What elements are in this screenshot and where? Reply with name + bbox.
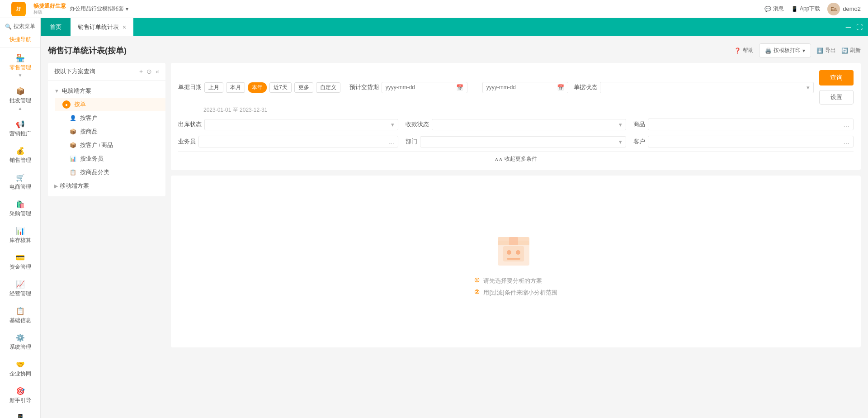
sidebar: 🔍 搜索菜单 快捷导航 🏪 零售管理 ▼ 📦 批发管理 ▲ 📢 营销推广 💰 销… [0,18,41,418]
export-button[interactable]: ⬇️ 导出 [816,47,836,54]
bill-status-group: 单据状态 ▾ [574,82,814,93]
last-month-btn[interactable]: 上月 [204,82,223,93]
hint-2-text: 用[过滤]条件来缩小分析范围 [483,289,557,297]
query-button[interactable]: 查询 [819,70,854,86]
main-body: 按以下方案查询 + ⊙ « ▼ 电脑端方案 [48,63,861,347]
scheme-item-by-customer[interactable]: 👤 按客户 [55,111,165,125]
this-month-btn[interactable]: 本月 [226,82,245,93]
scheme-item-by-product[interactable]: 📦 按商品 [55,125,165,138]
settings-button[interactable]: 设置 [819,90,854,104]
expected-date-from-input[interactable]: 📅 [382,82,467,93]
message-button[interactable]: 💬 消息 [764,5,784,13]
expected-to-field[interactable] [486,84,554,90]
maximize-button[interactable]: ⛶ [856,24,863,31]
topbar-right: 💬 消息 📱 App下载 Ea demo2 [764,3,861,15]
base-label: 基础信息 [9,317,31,324]
customer-more-icon[interactable]: … [843,138,849,145]
product-input[interactable]: … [648,119,854,130]
main-layout: 🔍 搜索菜单 快捷导航 🏪 零售管理 ▼ 📦 批发管理 ▲ 📢 营销推广 💰 销… [0,18,868,418]
ship-status-select[interactable]: ▾ [204,119,398,130]
sidebar-item-operation[interactable]: 📈 经营管理 [0,276,40,302]
sidebar-item-sales[interactable]: 💰 销售管理 [0,142,40,169]
tab-active-sales[interactable]: 销售订单统计表 × [71,18,133,36]
help-icon: ❓ [734,48,741,54]
empty-box-svg [489,223,543,268]
operation-label: 经营管理 [9,290,31,298]
sidebar-item-apps[interactable]: 📱 应用中心 [0,409,40,418]
custom-date-btn[interactable]: 自定义 [316,82,340,93]
finance-icon: 💳 [16,253,25,262]
salesperson-more-icon[interactable]: … [388,138,394,145]
scheme-item-by-salesperson[interactable]: 📊 按业务员 [55,152,165,166]
bill-status-select[interactable]: ▾ [600,82,814,93]
svg-point-4 [507,250,511,255]
system-label: 系统管理 [9,343,31,351]
sidebar-item-purchase[interactable]: 🛍️ 采购管理 [0,195,40,222]
settings-scheme-button[interactable]: ⊙ [146,68,152,75]
search-menu-label: 搜索菜单 [14,23,35,30]
more-date-btn[interactable]: 更多 [294,82,313,93]
department-select[interactable]: ▾ [420,136,626,147]
sidebar-item-inventory[interactable]: 📊 库存核算 [0,222,40,249]
sidebar-item-retail[interactable]: 🏪 零售管理 ▼ [0,49,40,82]
collapse-button[interactable]: ∧∧ 收起更多条件 [495,155,537,163]
collapse-panel-button[interactable]: « [156,68,159,75]
ship-status-label: 出库状态 [178,120,202,128]
product-more-icon[interactable]: … [843,121,849,128]
minimize-button[interactable]: ─ [846,23,851,31]
product-field[interactable] [652,121,843,128]
expected-date-label: 预计交货期 [349,83,379,91]
topbar: 好 畅捷通好生意 标版 办公用品行业模拟账套 ▾ 💬 消息 📱 App下载 Ea… [0,0,868,18]
sidebar-item-base[interactable]: 📋 基础信息 [0,302,40,329]
filter-section: 单据日期 上月 本月 本年 近7天 更多 自定义 预计交货期 [171,63,861,170]
payment-status-select[interactable]: ▾ [432,119,626,130]
last7-btn[interactable]: 近7天 [269,82,292,93]
add-scheme-button[interactable]: + [139,68,143,75]
expected-from-field[interactable] [386,84,453,90]
tab-home[interactable]: 首页 [41,18,71,36]
collapse-bar: ∧∧ 收起更多条件 [178,151,854,163]
left-panel-header: 按以下方案查询 + ⊙ « [48,63,165,81]
company-selector[interactable]: 办公用品行业模拟账套 ▾ [70,5,128,13]
sidebar-item-wholesale[interactable]: 📦 批发管理 ▲ [0,82,40,115]
scheme-item-by-order[interactable]: ● 按单 [55,98,165,111]
this-year-btn[interactable]: 本年 [248,82,267,93]
date-range-display: 2023-01-01 至 2023-12-31 [178,106,854,114]
sidebar-item-ecommerce[interactable]: 🛒 电商管理 [0,169,40,195]
sidebar-item-finance[interactable]: 💳 资金管理 [0,249,40,276]
wholesale-icon: 📦 [16,87,25,95]
scheme-item-by-product-category[interactable]: 📋 按商品分类 [55,166,165,179]
retail-arrow: ▼ [18,73,23,78]
bill-status-label: 单据状态 [574,83,597,91]
user-profile[interactable]: Ea demo2 [827,3,861,15]
mobile-section-header[interactable]: ▶ 移动端方案 [48,179,165,193]
collapse-label: 收起更多条件 [505,155,537,163]
sidebar-item-marketing[interactable]: 📢 营销推广 [0,115,40,142]
product-label: 商品 [633,120,645,128]
refresh-button[interactable]: 🔄 刷新 [841,47,861,54]
app-download-button[interactable]: 📱 App下载 [791,5,820,13]
salesperson-field[interactable] [203,138,388,145]
ship-status-arrow: ▾ [391,121,394,128]
payment-status-group: 收款状态 ▾ [406,119,626,130]
avatar: Ea [827,3,840,15]
expected-date-to-input[interactable]: 📅 [482,82,568,93]
sidebar-item-system[interactable]: ⚙️ 系统管理 [0,329,40,356]
customer-field[interactable] [652,138,843,145]
tab-close-icon[interactable]: × [123,24,126,31]
help-button[interactable]: ❓ 帮助 [734,47,754,54]
ship-status-group: 出库状态 ▾ [178,119,398,130]
sidebar-item-cooperation[interactable]: 🤝 企业协同 [0,356,40,382]
search-menu-button[interactable]: 🔍 搜索菜单 [4,23,37,30]
app-download-icon: 📱 [791,6,798,12]
company-selector-icon: ▾ [126,6,128,12]
sidebar-shortcut-nav[interactable]: 快捷导航 [0,33,40,48]
scheme-item-by-customer-product[interactable]: 📦 按客户+商品 [55,138,165,152]
collapse-up-icon: ∧∧ [495,156,503,162]
expected-date-group: 预计交货期 📅 — 📅 [349,82,568,93]
customer-input[interactable]: … [648,136,854,147]
print-button[interactable]: 🖨️ 按模板打印 ▾ [759,43,811,57]
salesperson-input[interactable]: … [198,136,398,147]
date-label: 单据日期 [178,83,202,91]
sidebar-item-newbie[interactable]: 🎯 新手引导 [0,382,40,409]
